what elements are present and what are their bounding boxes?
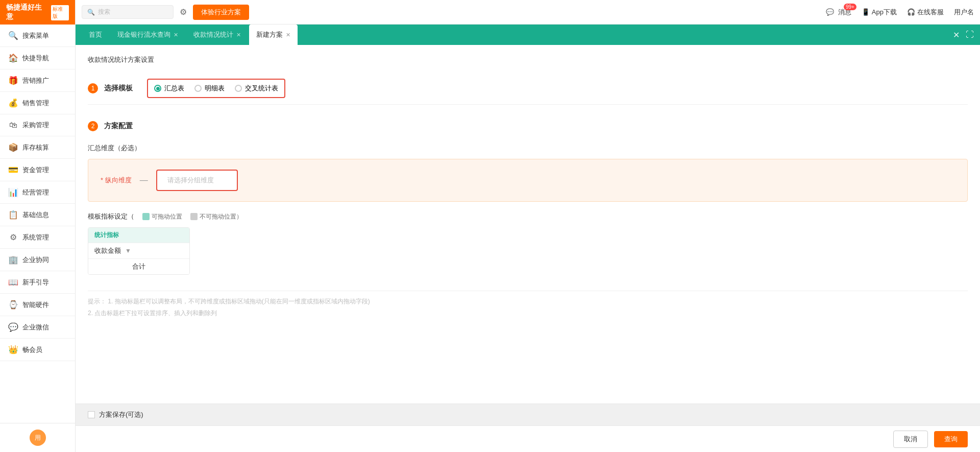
sidebar-item-inventory[interactable]: 📦 库存核算: [0, 136, 75, 159]
tab-new-plan[interactable]: 新建方案 ✕: [249, 25, 298, 45]
sidebar-item-search-menu[interactable]: 🔍 搜索菜单: [0, 25, 75, 47]
hint-line-1: 提示： 1. 拖动标题栏可以调整布局，不可跨维度或指标区域拖动(只能在同一维度或…: [88, 297, 968, 306]
search-icon: 🔍: [87, 9, 95, 16]
topbar-right: 💬 99+ 消息 📱 App下载 🎧 在线客服 用户名: [826, 8, 974, 17]
sidebar-logo: 畅捷通好生意 标准版: [0, 0, 75, 25]
sidebar-item-base-info[interactable]: 📋 基础信息: [0, 204, 75, 226]
radio-cross[interactable]: 交叉统计表: [235, 84, 278, 93]
tab-receipt-stat-label: 收款情况统计: [193, 30, 233, 39]
main-area: 🔍 搜索 ⚙ 体验行业方案 💬 99+ 消息 📱 App下载 🎧 在线客服 用户…: [76, 0, 980, 452]
metrics-item-dropdown[interactable]: ▼: [125, 247, 131, 254]
non-draggable-color: [190, 213, 198, 220]
member-icon: 👑: [8, 345, 18, 354]
save-label: 方案保存(可选): [99, 410, 143, 419]
radio-detail[interactable]: 明细表: [194, 84, 225, 93]
sidebar-item-label: 基础信息: [22, 210, 49, 220]
query-button[interactable]: 查询: [934, 431, 968, 447]
sidebar-item-label: 销售管理: [22, 99, 49, 108]
metrics-item-name: 收款金额: [94, 246, 121, 255]
sidebar-item-purchase[interactable]: 🛍 采购管理: [0, 114, 75, 136]
tab-home[interactable]: 首页: [82, 25, 109, 45]
radio-summary-dot: [154, 85, 161, 92]
save-checkbox[interactable]: [88, 411, 95, 418]
tab-bank-flow-close[interactable]: ✕: [174, 32, 178, 38]
industry-btn[interactable]: 体验行业方案: [193, 5, 249, 20]
sidebar-item-newbie[interactable]: 📖 新手引导: [0, 271, 75, 294]
search-bar[interactable]: 🔍 搜索: [82, 5, 174, 19]
topbar: 🔍 搜索 ⚙ 体验行业方案 💬 99+ 消息 📱 App下载 🎧 在线客服 用户…: [76, 0, 980, 25]
non-draggable-label: 不可拖动位置）: [200, 212, 242, 221]
sidebar-item-operation[interactable]: 📊 经营管理: [0, 181, 75, 204]
sidebar-item-sales[interactable]: 💰 销售管理: [0, 92, 75, 114]
finance-icon: 💳: [8, 165, 18, 175]
sidebar-item-label: 资金管理: [22, 165, 49, 175]
metrics-category-header: 统计指标: [88, 228, 189, 243]
sidebar-item-wechat[interactable]: 💬 企业微信: [0, 316, 75, 339]
tabbar: 首页 现金银行流水查询 ✕ 收款情况统计 ✕ 新建方案 ✕ ✕ ⛶: [76, 25, 980, 45]
sidebar-item-label: 经营管理: [22, 188, 49, 197]
tab-new-plan-label: 新建方案: [256, 30, 283, 39]
sidebar-item-smart-hw[interactable]: ⌚ 智能硬件: [0, 294, 75, 316]
metrics-section: 模板指标设定（ 可拖动位置 不可拖动位置） 统计指标 收: [88, 212, 968, 282]
sidebar-item-label: 搜索菜单: [22, 31, 49, 40]
close-window-icon[interactable]: ✕: [953, 30, 960, 40]
service-link[interactable]: 🎧 在线客服: [907, 8, 944, 17]
operation-icon: 📊: [8, 187, 18, 197]
tab-receipt-stat-close[interactable]: ✕: [236, 32, 241, 38]
step2-label: 方案配置: [104, 122, 133, 131]
sidebar-bottom: 用: [0, 423, 75, 452]
message-badge: 99+: [844, 4, 856, 10]
purchase-icon: 🛍: [8, 121, 18, 130]
radio-summary[interactable]: 汇总表: [154, 84, 184, 93]
logo-badge: 标准版: [51, 5, 69, 20]
settings-icon[interactable]: ⚙: [180, 7, 187, 17]
avatar[interactable]: 用: [30, 430, 46, 446]
breadcrumb: 收款情况统计方案设置: [88, 55, 968, 64]
draggable-color: [142, 213, 150, 220]
tab-home-label: 首页: [89, 30, 102, 39]
sidebar-item-enterprise[interactable]: 🏢 企业协同: [0, 249, 75, 271]
app-download-link[interactable]: 📱 App下载: [862, 8, 897, 17]
sidebar-item-label: 企业协同: [22, 255, 49, 265]
inventory-icon: 📦: [8, 142, 18, 152]
system-icon: ⚙: [8, 232, 18, 242]
metrics-title: 模板指标设定（: [88, 212, 134, 221]
sidebar-item-system[interactable]: ⚙ 系统管理: [0, 226, 75, 249]
dimension-placeholder: 请选择分组维度: [167, 176, 214, 184]
tab-receipt-stat[interactable]: 收款情况统计 ✕: [186, 25, 248, 45]
sidebar-item-member[interactable]: 👑 畅会员: [0, 339, 75, 361]
message-wrap[interactable]: 💬 99+ 消息: [826, 8, 851, 17]
sales-icon: 💰: [8, 98, 18, 108]
tab-new-plan-close[interactable]: ✕: [286, 32, 290, 38]
download-icon: 📱: [862, 8, 870, 16]
maximize-icon[interactable]: ⛶: [966, 30, 974, 39]
sidebar-item-label: 智能硬件: [22, 300, 49, 310]
non-draggable-badge: 不可拖动位置）: [190, 212, 242, 221]
sidebar-item-label: 库存核算: [22, 143, 49, 152]
radio-cross-dot: [235, 85, 242, 92]
sidebar-item-label: 营销推广: [22, 76, 49, 85]
wechat-icon: 💬: [8, 322, 18, 332]
sidebar-item-quick-nav[interactable]: 🏠 快捷导航: [0, 47, 75, 69]
dimension-section-title: 汇总维度（必选）: [88, 144, 968, 153]
hint-line-2: 2. 点击标题栏下拉可设置排序、插入列和删除列: [88, 309, 968, 318]
step1-num: 1: [88, 83, 98, 93]
base-info-icon: 📋: [8, 210, 18, 220]
logo-text: 畅捷通好生意: [6, 3, 47, 21]
sidebar-item-marketing[interactable]: 🎁 营销推广: [0, 69, 75, 92]
user-name[interactable]: 用户名: [954, 8, 974, 17]
sidebar-item-finance[interactable]: 💳 资金管理: [0, 159, 75, 181]
step1-row: 1 选择模板 汇总表 明细表 交叉统计表: [88, 73, 968, 105]
tab-bank-flow[interactable]: 现金银行流水查询 ✕: [110, 25, 185, 45]
metrics-sum-row: 合计: [88, 258, 189, 274]
template-radio-group: 汇总表 明细表 交叉统计表: [147, 79, 285, 98]
home-icon: 🏠: [8, 53, 18, 63]
dimension-select[interactable]: 请选择分组维度: [156, 170, 238, 191]
cancel-button[interactable]: 取消: [893, 431, 928, 448]
metrics-item-row: 收款金额 ▼: [88, 243, 189, 258]
message-icon: 💬: [826, 8, 834, 16]
tab-bank-flow-label: 现金银行流水查询: [117, 30, 170, 39]
tabbar-right: ✕ ⛶: [953, 30, 974, 40]
radio-detail-dot: [194, 85, 202, 92]
draggable-label: 可拖动位置: [152, 212, 182, 221]
